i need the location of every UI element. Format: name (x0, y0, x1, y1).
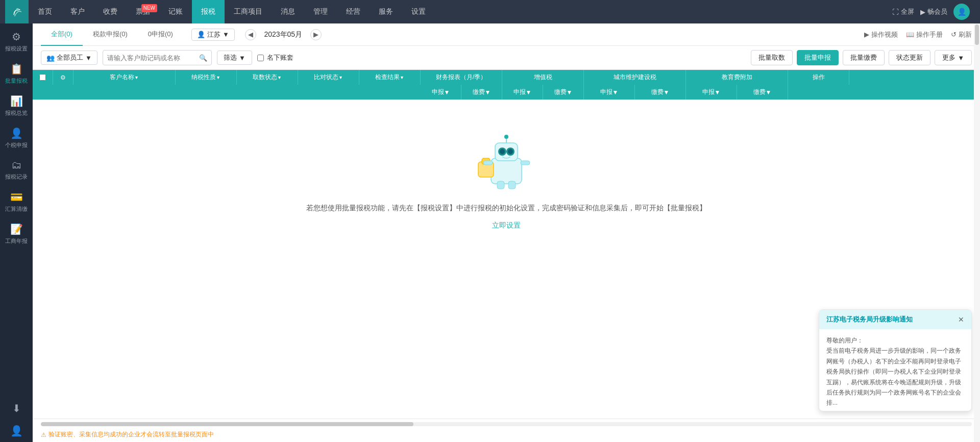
nav-operation[interactable]: 经营 (337, 0, 370, 23)
toolbar: 👥 全部员工 ▼ 🔍 筛选 ▼ 名下账套 批量取数 批量申报 批量缴费 状态更新 (33, 46, 980, 70)
nav-tax[interactable]: 报税 (192, 0, 225, 23)
svg-rect-12 (483, 161, 493, 165)
video-icon: ▶ (864, 31, 869, 38)
th-settings[interactable]: ⚙ (53, 70, 74, 85)
nav-manage[interactable]: 管理 (304, 0, 337, 23)
date-navigation: ◀ 2023年05月 ▶ (245, 29, 322, 40)
manual-icon: 📖 (906, 31, 914, 38)
nav-settings[interactable]: 设置 (402, 0, 435, 23)
status-update-btn[interactable]: 状态更新 (889, 50, 930, 65)
svg-point-1 (16, 8, 19, 11)
filter-down-icon: ▼ (239, 54, 246, 62)
sidebar-user[interactable]: 👤 (0, 420, 33, 442)
right-scrollbar-thumb[interactable] (975, 24, 979, 45)
avatar[interactable]: 👤 (953, 4, 970, 20)
th2-edu-pay[interactable]: 缴费 ▼ (737, 85, 788, 100)
batch-fetch-btn[interactable]: 批量取数 (751, 50, 793, 65)
sidebar-item-tax-summary[interactable]: 📊 报税总览 (0, 90, 33, 122)
next-month-btn[interactable]: ▶ (310, 29, 322, 40)
personal-tax-icon: 👤 (10, 127, 23, 139)
th2-spacer8 (788, 85, 849, 100)
tax-summary-icon: 📊 (10, 95, 23, 107)
th2-fin-pay[interactable]: 缴费 ▼ (461, 85, 502, 100)
sidebar-download[interactable]: ⬇ (0, 397, 33, 420)
th-client-name[interactable]: 客户名称 (74, 70, 176, 85)
filter-btn[interactable]: 筛选 ▼ (217, 51, 252, 65)
refresh-btn[interactable]: ↺ 刷新 (951, 30, 972, 39)
member-btn[interactable]: ▶ 畅会员 (920, 7, 947, 16)
batch-declare-btn[interactable]: 批量申报 (797, 50, 839, 65)
setup-link[interactable]: 立即设置 (492, 221, 521, 230)
th-fetch-status[interactable]: 取数状态 (237, 70, 298, 85)
sidebar-item-personal-tax[interactable]: 👤 个税申报 (0, 122, 33, 154)
chevron-down-icon: ▼ (223, 31, 229, 38)
notification-close-btn[interactable]: ✕ (958, 315, 964, 324)
th2-fin-declare[interactable]: 申报 ▼ (421, 85, 461, 100)
region-selector[interactable]: 👤 江苏 ▼ (191, 29, 235, 41)
tab-bar: 全部(0) 税款申报(0) 0申报(0) 👤 江苏 ▼ ◀ 2023年05月 ▶… (33, 23, 980, 46)
th-check-result[interactable]: 检查结果 (359, 70, 421, 85)
tab-zero-declare[interactable]: 0申报(0) (138, 23, 183, 46)
prev-month-btn[interactable]: ◀ (245, 29, 256, 40)
search-icon[interactable]: 🔍 (199, 54, 207, 62)
search-box: 🔍 (103, 50, 212, 65)
logo[interactable] (5, 0, 29, 23)
nav-accounting[interactable]: 记账 (159, 0, 192, 23)
nav-service[interactable]: 服务 (370, 0, 402, 23)
sidebar-item-tax-settings[interactable]: ⚙ 报税设置 (0, 26, 33, 58)
fullscreen-btn[interactable]: ⛶ 全屏 (892, 7, 914, 16)
th2-spacer7 (359, 85, 421, 100)
user-icon: 👤 (10, 425, 23, 437)
top-navigation: 首页 客户 收费 票据 NEW 记账 报税 工商项目 消息 管理 经营 服务 设… (0, 0, 980, 23)
nav-message[interactable]: 消息 (272, 0, 304, 23)
tab-all[interactable]: 全部(0) (41, 23, 83, 46)
employee-filter[interactable]: 👥 全部员工 ▼ (41, 51, 97, 65)
tab-right-buttons: ▶ 操作视频 📖 操作手册 ↺ 刷新 (864, 30, 972, 39)
th2-edu-declare[interactable]: 申报 ▼ (686, 85, 737, 100)
select-all-checkbox[interactable] (39, 74, 46, 81)
manual-btn[interactable]: 📖 操作手册 (906, 30, 943, 39)
th2-city-declare[interactable]: 申报 ▼ (584, 85, 635, 100)
tab-tax-declare[interactable]: 税款申报(0) (83, 23, 138, 46)
subaccount-checkbox-label[interactable]: 名下账套 (257, 53, 293, 62)
batch-pay-btn[interactable]: 批量缴费 (843, 50, 885, 65)
more-btn[interactable]: 更多 ▼ (935, 50, 972, 65)
th-checkbox[interactable] (33, 70, 53, 85)
th-tax-nature[interactable]: 纳税性质 (176, 70, 237, 85)
fullscreen-icon: ⛶ (892, 8, 899, 16)
batch-tax-icon: 📋 (10, 63, 23, 75)
settlement-icon: 💳 (10, 191, 23, 203)
subaccount-checkbox[interactable] (257, 55, 264, 61)
sidebar-item-annual-report[interactable]: 📝 工商年报 (0, 218, 33, 250)
right-scrollbar[interactable] (974, 23, 980, 442)
th-compare-status[interactable]: 比对状态 (298, 70, 359, 85)
nav-home[interactable]: 首页 (29, 0, 61, 23)
empty-state: 若您想使用批量报税功能，请先在【报税设置】中进行报税的初始化设置，完成密码验证和… (33, 100, 980, 261)
th2-vat-pay[interactable]: 缴费 ▼ (543, 85, 584, 100)
svg-point-5 (500, 149, 505, 154)
nav-menu: 首页 客户 收费 票据 NEW 记账 报税 工商项目 消息 管理 经营 服务 设… (29, 0, 892, 23)
video-btn[interactable]: ▶ 操作视频 (864, 30, 898, 39)
sidebar-bottom: ⬇ 👤 (0, 397, 33, 442)
svg-rect-14 (497, 181, 504, 189)
th2-spacer3 (74, 85, 176, 100)
sidebar-item-tax-record[interactable]: 🗂 报税记录 (0, 154, 33, 186)
member-icon: ▶ (920, 8, 925, 16)
tax-record-icon: 🗂 (11, 159, 21, 171)
bottom-warning-area: ⚠ 验证账密、采集信息均成功的企业才会流转至批量报税页面中 (33, 426, 980, 442)
sidebar-item-batch-tax[interactable]: 📋 批量报税 (0, 58, 33, 90)
horizontal-scrollbar[interactable] (41, 422, 972, 426)
nav-business[interactable]: 工商项目 (225, 0, 272, 23)
search-input[interactable] (107, 54, 199, 62)
sidebar-item-settlement[interactable]: 💳 汇算清缴 (0, 186, 33, 218)
scrollbar-thumb (41, 422, 413, 426)
th2-spacer6 (298, 85, 359, 100)
notification-title: 江苏电子税务局升级影响通知 (826, 315, 913, 324)
nav-billing[interactable]: 收费 (94, 0, 127, 23)
nav-invoice[interactable]: 票据 NEW (127, 0, 159, 23)
th2-city-pay[interactable]: 缴费 ▼ (635, 85, 686, 100)
th2-vat-declare[interactable]: 申报 ▼ (502, 85, 543, 100)
sidebar: ⚙ 报税设置 📋 批量报税 📊 报税总览 👤 个税申报 🗂 报税记录 💳 汇算清… (0, 23, 33, 442)
nav-customer[interactable]: 客户 (61, 0, 94, 23)
bottom-scroll-area (33, 419, 980, 426)
